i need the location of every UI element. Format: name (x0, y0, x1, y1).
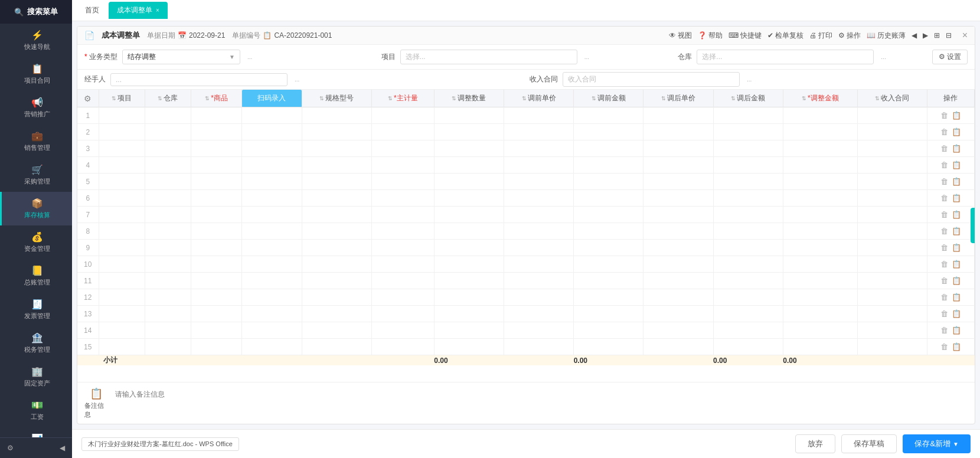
cell-scan[interactable] (242, 174, 302, 190)
cell-prev-amount[interactable] (574, 174, 643, 190)
cell-adj-amount[interactable] (783, 157, 857, 174)
tab-cost-adjust[interactable]: 成本调整单 × (109, 2, 168, 19)
cell-adj-amount[interactable] (783, 140, 857, 157)
cell-adj-qty[interactable] (434, 289, 504, 306)
sort-spec-icon[interactable]: ⇅ (319, 96, 324, 102)
sidebar-search-label[interactable]: 搜索菜单 (27, 6, 58, 17)
cell-prev-amount[interactable] (574, 124, 643, 140)
cell-product[interactable] (191, 223, 242, 240)
cell-spec[interactable] (302, 256, 371, 273)
cell-after-unit-price[interactable] (643, 124, 713, 140)
cell-unit[interactable] (371, 339, 434, 355)
cell-project[interactable] (99, 140, 145, 157)
cell-adj-qty[interactable] (434, 107, 504, 124)
cell-unit[interactable] (371, 240, 434, 256)
copy-row-button[interactable]: 📋 (952, 326, 961, 335)
cell-after-unit-price[interactable] (643, 107, 713, 124)
cell-product[interactable] (191, 124, 242, 140)
business-type-input[interactable]: 结存调整 ▼ (122, 50, 240, 64)
cell-project[interactable] (99, 306, 145, 322)
cell-spec[interactable] (302, 207, 371, 223)
handler-more[interactable]: ... (292, 76, 302, 83)
cell-prev-amount[interactable] (574, 207, 643, 223)
cell-spec[interactable] (302, 306, 371, 322)
delete-row-button[interactable]: 🗑 (940, 342, 948, 351)
cell-project[interactable] (99, 207, 145, 223)
cell-adj-qty[interactable] (434, 157, 504, 174)
cell-warehouse[interactable] (145, 157, 191, 174)
copy-row-button[interactable]: 📋 (952, 309, 961, 318)
sidebar-item-payroll[interactable]: 💵 工资 (0, 394, 72, 427)
cell-income-contract[interactable] (857, 107, 927, 124)
action-print[interactable]: 🖨 打印 (809, 31, 832, 41)
th-settings[interactable]: ⚙ (77, 90, 99, 107)
cell-after-amount[interactable] (713, 339, 783, 355)
cell-adj-amount[interactable] (783, 306, 857, 322)
handler-input[interactable]: ... (110, 73, 288, 86)
warehouse-more[interactable]: ... (878, 54, 888, 60)
cell-spec[interactable] (302, 174, 371, 190)
cell-income-contract[interactable] (857, 174, 927, 190)
cell-income-contract[interactable] (857, 240, 927, 256)
cell-adj-qty[interactable] (434, 256, 504, 273)
sort-prev-amount-icon[interactable]: ⇅ (592, 96, 596, 102)
action-shortcut[interactable]: ⌨ 快捷键 (729, 31, 762, 41)
cell-project[interactable] (99, 124, 145, 140)
doc-close-button[interactable]: × (962, 30, 968, 41)
sidebar-item-capital-mgmt[interactable]: 💰 资金管理 (0, 225, 72, 259)
cell-prev-unit-price[interactable] (504, 190, 573, 207)
settings-button[interactable]: ⚙ 设置 (932, 50, 968, 64)
cell-warehouse[interactable] (145, 256, 191, 273)
cell-prev-amount[interactable] (574, 190, 643, 207)
sort-product-icon[interactable]: ⇅ (205, 96, 210, 102)
copy-row-button[interactable]: 📋 (952, 111, 961, 120)
action-operation[interactable]: ⚙ 操作 (838, 31, 861, 41)
cell-scan[interactable] (242, 273, 302, 289)
cell-unit[interactable] (371, 124, 434, 140)
cell-unit[interactable] (371, 157, 434, 174)
sort-adj-amount-icon[interactable]: ⇅ (802, 96, 806, 102)
cell-after-amount[interactable] (713, 207, 783, 223)
cell-after-unit-price[interactable] (643, 157, 713, 174)
sort-after-unit-price-icon[interactable]: ⇅ (661, 96, 666, 102)
cell-prev-amount[interactable] (574, 107, 643, 124)
cell-warehouse[interactable] (145, 273, 191, 289)
cell-income-contract[interactable] (857, 273, 927, 289)
cell-prev-unit-price[interactable] (504, 322, 573, 339)
cell-prev-unit-price[interactable] (504, 107, 573, 124)
delete-row-button[interactable]: 🗑 (940, 111, 948, 120)
sidebar-item-invoice-mgmt[interactable]: 🧾 发票管理 (0, 293, 72, 326)
cell-scan[interactable] (242, 190, 302, 207)
cell-after-unit-price[interactable] (643, 322, 713, 339)
delete-row-button[interactable]: 🗑 (940, 161, 948, 169)
cell-spec[interactable] (302, 124, 371, 140)
delete-row-button[interactable]: 🗑 (940, 293, 948, 302)
delete-row-button[interactable]: 🗑 (940, 260, 948, 269)
cell-spec[interactable] (302, 322, 371, 339)
cell-income-contract[interactable] (857, 256, 927, 273)
cell-after-amount[interactable] (713, 157, 783, 174)
cell-adj-qty[interactable] (434, 190, 504, 207)
cell-scan[interactable] (242, 322, 302, 339)
action-audit[interactable]: ✔ 检单复核 (767, 31, 803, 41)
cell-adj-amount[interactable] (783, 190, 857, 207)
settings-icon[interactable]: ⚙ (7, 444, 14, 452)
cell-spec[interactable] (302, 107, 371, 124)
cell-after-amount[interactable] (713, 107, 783, 124)
action-help[interactable]: ❓ 帮助 (698, 31, 723, 41)
project-input[interactable]: 选择... (400, 50, 577, 64)
sort-adj-qty-icon[interactable]: ⇅ (452, 96, 456, 102)
cell-adj-amount[interactable] (783, 256, 857, 273)
delete-row-button[interactable]: 🗑 (940, 326, 948, 335)
cell-income-contract[interactable] (857, 223, 927, 240)
cell-unit[interactable] (371, 174, 434, 190)
cell-warehouse[interactable] (145, 124, 191, 140)
sort-unit-icon[interactable]: ⇅ (388, 96, 393, 102)
delete-row-button[interactable]: 🗑 (940, 309, 948, 318)
cell-after-unit-price[interactable] (643, 289, 713, 306)
cell-warehouse[interactable] (145, 107, 191, 124)
sidebar-item-ops-mgmt[interactable]: 📊 经营管理 (0, 427, 72, 437)
cell-adj-amount[interactable] (783, 223, 857, 240)
cell-adj-amount[interactable] (783, 273, 857, 289)
save-new-button[interactable]: 保存&新增 ▼ (903, 434, 971, 453)
